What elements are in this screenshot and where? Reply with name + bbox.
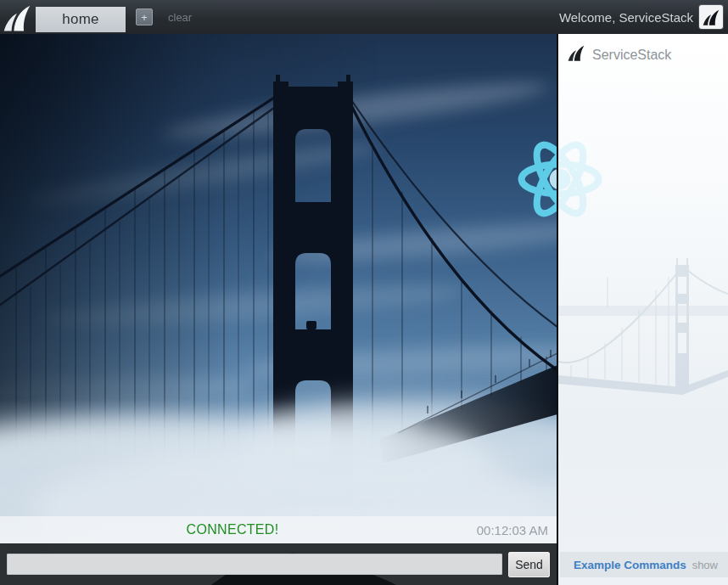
servicestack-fin-dark-icon xyxy=(567,45,585,65)
example-commands-bar: Example Commands show xyxy=(560,552,728,577)
user-servicestack-logo-icon[interactable] xyxy=(699,5,723,29)
sidebar-brand: ServiceStack xyxy=(558,34,728,65)
servicestack-chat-app: home + clear Welcome, ServiceStack xyxy=(0,0,728,585)
send-button[interactable]: Send xyxy=(508,552,550,577)
servicestack-fin-icon[interactable] xyxy=(0,0,34,34)
faded-bridge-background xyxy=(558,34,728,585)
add-tab-button[interactable]: + xyxy=(136,8,153,25)
message-input[interactable] xyxy=(7,554,502,575)
content-row: CONNECTED! 00:12:03 AM Send xyxy=(0,34,728,585)
chat-main-panel: CONNECTED! 00:12:03 AM Send xyxy=(0,34,558,585)
top-navbar: home + clear Welcome, ServiceStack xyxy=(0,0,728,34)
golden-gate-bridge-photo xyxy=(0,34,557,585)
sidebar-brand-label: ServiceStack xyxy=(592,48,671,63)
welcome-text: Welcome, ServiceStack xyxy=(559,10,693,25)
show-commands-toggle[interactable]: show xyxy=(692,559,718,571)
connection-status-text: CONNECTED! xyxy=(0,522,465,537)
fog-over-deck xyxy=(237,422,491,503)
sidebar-panel: ServiceStack Example Commands show xyxy=(558,34,728,585)
connection-status-bar: CONNECTED! 00:12:03 AM xyxy=(0,516,557,543)
message-composer: Send xyxy=(0,543,557,585)
status-timestamp: 00:12:03 AM xyxy=(465,523,557,537)
clear-link[interactable]: clear xyxy=(168,11,192,24)
example-commands-link[interactable]: Example Commands xyxy=(574,559,686,571)
tab-home[interactable]: home xyxy=(36,7,126,32)
